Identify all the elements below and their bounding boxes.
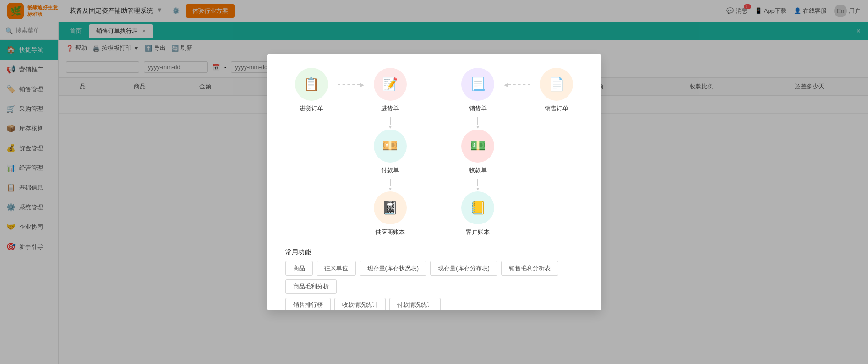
app-wrapper: 🌿 畅康通好生意 标准版 装备及固定资产辅助管理系统 ▼ ⚙️ 体验行业方案 💬… — [0, 0, 868, 364]
quick-nav-modal: 📋 进货订单 ▶ 📝 进货单 — [267, 54, 601, 310]
sales-slip-circle: 📃 — [461, 68, 494, 101]
flow-section: 📋 进货订单 ▶ 📝 进货单 — [285, 68, 583, 241]
flow-node-purchase-order[interactable]: 📋 进货订单 — [285, 68, 338, 113]
customer-ledger-label: 客户账本 — [466, 228, 490, 236]
sales-order-circle: 📄 — [540, 68, 573, 101]
func-btn-r2-0[interactable]: 销售排行榜 — [285, 298, 331, 310]
payment-slip-circle: 💴 — [374, 130, 407, 163]
flow-node-payment-slip[interactable]: 💴 付款单 — [364, 130, 417, 174]
func-btn-4[interactable]: 销售毛利分析表 — [501, 261, 558, 276]
func-btn-3[interactable]: 现存量(库存分布表) — [430, 261, 497, 276]
receipt-slip-circle: 💵 — [461, 130, 494, 163]
common-func-title: 常用功能 — [285, 248, 583, 256]
supplier-ledger-circle: 📓 — [374, 191, 407, 224]
flow-row-1: 📋 进货订单 ▶ 📝 进货单 — [285, 68, 583, 113]
flow-row-3: 📓 供应商账本 📒 客户账本 — [285, 191, 583, 236]
payment-slip-label: 付款单 — [381, 166, 399, 174]
modal-overlay[interactable]: 📋 进货订单 ▶ 📝 进货单 — [0, 0, 868, 364]
purchase-order-circle: 📋 — [295, 68, 328, 101]
func-btn-0[interactable]: 商品 — [285, 261, 313, 276]
purchase-order-label: 进货订单 — [300, 104, 323, 113]
flow-node-customer-ledger[interactable]: 📒 客户账本 — [452, 191, 504, 236]
func-btn-r2-1[interactable]: 收款情况统计 — [334, 298, 386, 310]
flow-node-supplier-ledger[interactable]: 📓 供应商账本 — [364, 191, 417, 236]
receipt-slip-label: 收款单 — [469, 166, 487, 174]
func-buttons-row2: 销售排行榜收款情况统计付款情况统计 — [285, 298, 583, 310]
flow-row-2: 💴 付款单 💵 收款单 — [285, 130, 583, 174]
func-btn-5[interactable]: 商品毛利分析 — [285, 279, 337, 294]
sales-slip-label: 销货单 — [469, 104, 487, 113]
purchase-slip-circle: 📝 — [374, 68, 407, 101]
sales-order-label: 销售订单 — [545, 104, 568, 113]
flow-node-purchase-slip[interactable]: 📝 进货单 — [364, 68, 417, 113]
flow-node-receipt-slip[interactable]: 💵 收款单 — [452, 130, 504, 174]
customer-ledger-circle: 📒 — [461, 191, 494, 224]
func-btn-r2-2[interactable]: 付款情况统计 — [389, 298, 441, 310]
supplier-ledger-label: 供应商账本 — [375, 228, 405, 236]
func-btn-2[interactable]: 现存量(库存状况表) — [360, 261, 427, 276]
purchase-slip-label: 进货单 — [381, 104, 399, 113]
func-buttons-row1: 商品往来单位现存量(库存状况表)现存量(库存分布表)销售毛利分析表商品毛利分析 — [285, 261, 583, 294]
flow-node-sales-order[interactable]: 📄 销售订单 — [530, 68, 583, 113]
func-btn-1[interactable]: 往来单位 — [317, 261, 356, 276]
flow-node-sales-slip[interactable]: 📃 销货单 — [452, 68, 504, 113]
